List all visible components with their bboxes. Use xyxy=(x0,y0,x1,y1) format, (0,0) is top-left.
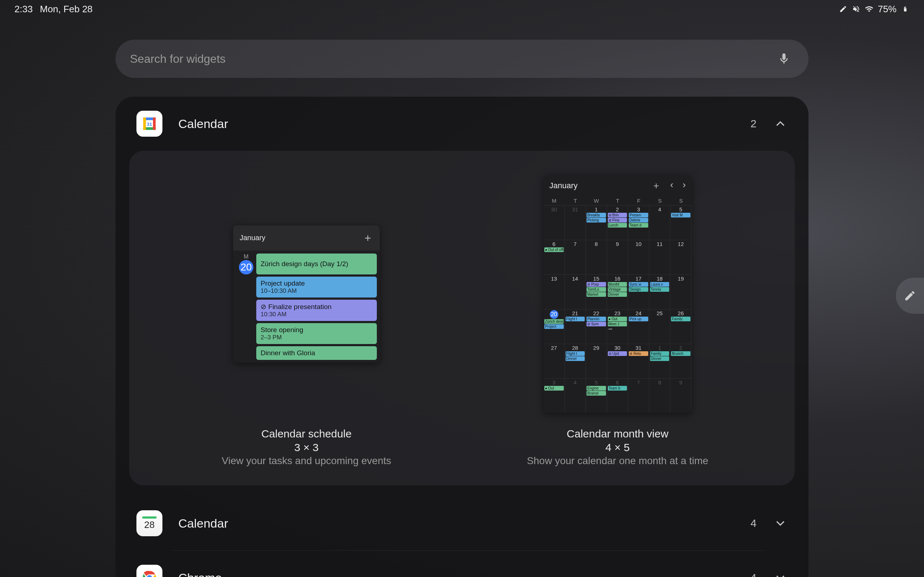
month-cell: 4 xyxy=(649,205,670,240)
month-cell: 10 xyxy=(628,240,649,274)
samsung-calendar-icon: 28 xyxy=(136,510,162,536)
month-cell: 22Plannin⊘ Sum xyxy=(586,309,607,344)
month-cell: 5Visit M xyxy=(670,205,691,240)
status-date: Mon, Feb 28 xyxy=(40,3,93,15)
month-cell: 3PresenDebrieTeam d xyxy=(628,205,649,240)
chevron-up-icon[interactable] xyxy=(773,116,788,131)
month-cell: 18Laura vTennis xyxy=(649,274,670,309)
battery-percent: 75% xyxy=(878,3,897,15)
plus-icon: ＋ xyxy=(651,179,661,192)
chevron-right-icon: › xyxy=(683,179,686,192)
app-row-calendar-google[interactable]: 31 Calendar 2 xyxy=(129,97,795,151)
month-cell: 11 xyxy=(649,240,670,274)
widget-size: 4 × 5 xyxy=(527,442,709,454)
month-cell: 30 xyxy=(544,205,565,240)
calendar-icon-day: 28 xyxy=(144,519,155,530)
month-cell: 31⊘ Retu xyxy=(628,344,649,378)
month-cell: 8 xyxy=(586,240,607,274)
sched-event: M20Zürich design days (Day 1/2) xyxy=(236,253,377,274)
sched-event: ⊘ Finalize presentation10:30 AM xyxy=(236,300,377,321)
month-cell: 27 xyxy=(544,344,565,378)
month-cell: 5EngineBrainst xyxy=(586,378,607,413)
wifi-icon xyxy=(865,5,874,13)
app-title: Calendar xyxy=(178,516,228,530)
month-cell: 21Flight t xyxy=(565,309,586,344)
widgets-container: January ＋ M20Zürich design days (Day 1/2… xyxy=(129,151,795,485)
month-cell: 1BreakfaPicking xyxy=(586,205,607,240)
mic-icon[interactable] xyxy=(777,52,790,65)
month-cell: 26Family xyxy=(670,309,691,344)
widget-desc: View your tasks and upcoming events xyxy=(221,455,391,467)
chevron-down-icon[interactable] xyxy=(773,571,788,577)
widget-preview-schedule: January ＋ M20Zürich design days (Day 1/2… xyxy=(233,169,380,418)
month-cell: 20Zürich design dProject xyxy=(544,309,565,344)
month-cell: 17Sync wDesign xyxy=(628,274,649,309)
widget-title: Calendar schedule xyxy=(221,428,391,440)
month-title: January xyxy=(549,181,577,190)
month-cell: 2⊘ Brin⊘ FinaLunch xyxy=(607,205,628,240)
app-row-chrome[interactable]: Chrome 4 xyxy=(129,551,795,577)
month-cell: 31 xyxy=(565,205,586,240)
month-cell: 16MonthlVintageDinner xyxy=(607,274,628,309)
month-cell: 15⊘ PrepTom/LoMarket xyxy=(586,274,607,309)
google-calendar-icon: 31 xyxy=(136,111,162,137)
svg-text:31: 31 xyxy=(147,121,152,127)
month-cell: 28Flight tDinner xyxy=(565,344,586,378)
month-cell: 9 xyxy=(607,240,628,274)
month-cell: 6● Out of office xyxy=(544,240,565,274)
app-title: Chrome xyxy=(178,571,222,577)
status-time: 2:33 xyxy=(15,3,33,15)
month-cell: 14 xyxy=(565,274,586,309)
status-bar: 2:33 Mon, Feb 28 75% xyxy=(0,0,924,18)
app-row-calendar-samsung[interactable]: 28 Calendar 4 xyxy=(129,496,795,550)
chevron-down-icon[interactable] xyxy=(773,516,788,530)
mute-icon xyxy=(852,5,861,13)
widget-size: 3 × 3 xyxy=(221,442,391,454)
month-cell: 2Brunch xyxy=(670,344,691,378)
search-input[interactable] xyxy=(130,52,777,66)
chevron-left-icon: ‹ xyxy=(670,179,674,192)
month-cell: 4 xyxy=(565,378,586,413)
month-cell: 7 xyxy=(628,378,649,413)
sched-event: Project update10–10:30 AM xyxy=(236,277,377,298)
sched-date-badge: M20 xyxy=(236,253,256,274)
sched-event: Store opening2–3 PM xyxy=(236,323,377,344)
widget-cell-month[interactable]: January ＋ ‹ › MTWTFSS 30311BreakfaPickin… xyxy=(462,169,773,467)
month-cell: 7 xyxy=(565,240,586,274)
stylus-icon xyxy=(839,5,848,13)
month-cell: 1FamilyDinner xyxy=(649,344,670,378)
search-bar[interactable] xyxy=(115,40,809,78)
month-cell: 3● Out xyxy=(544,378,565,413)
widget-cell-schedule[interactable]: January ＋ M20Zürich design days (Day 1/2… xyxy=(151,169,462,467)
month-cell: 12 xyxy=(670,240,691,274)
month-cell: 23● OutMeet J••• xyxy=(607,309,628,344)
month-cell: 8 xyxy=(649,378,670,413)
widget-picker-panel: 31 Calendar 2 January ＋ M20Zürich design… xyxy=(115,97,809,577)
edit-fab[interactable] xyxy=(896,278,924,314)
widget-title: Calendar month view xyxy=(527,428,709,440)
plus-icon: ＋ xyxy=(362,230,373,245)
sched-month: January xyxy=(240,234,265,242)
app-title: Calendar xyxy=(178,117,228,131)
month-cell: 6Team b xyxy=(607,378,628,413)
svg-rect-4 xyxy=(153,118,156,130)
month-cell: 9 xyxy=(670,378,691,413)
month-cell: 29 xyxy=(586,344,607,378)
app-widget-count: 4 xyxy=(750,572,756,577)
month-cell: 25 xyxy=(649,309,670,344)
widget-desc: Show your calendar one month at a time xyxy=(527,455,709,467)
chrome-icon xyxy=(136,565,162,577)
battery-icon xyxy=(901,5,909,13)
month-cell: 19 xyxy=(670,274,691,309)
month-cell: 30⊘ Upd xyxy=(607,344,628,378)
month-cell: 24Pick up xyxy=(628,309,649,344)
sched-event: Dinner with Gloria xyxy=(236,346,377,360)
svg-rect-3 xyxy=(143,118,146,130)
month-cell: 13 xyxy=(544,274,565,309)
app-widget-count: 2 xyxy=(750,118,756,130)
app-widget-count: 4 xyxy=(750,517,756,529)
widget-preview-month: January ＋ ‹ › MTWTFSS 30311BreakfaPickin… xyxy=(544,169,691,418)
